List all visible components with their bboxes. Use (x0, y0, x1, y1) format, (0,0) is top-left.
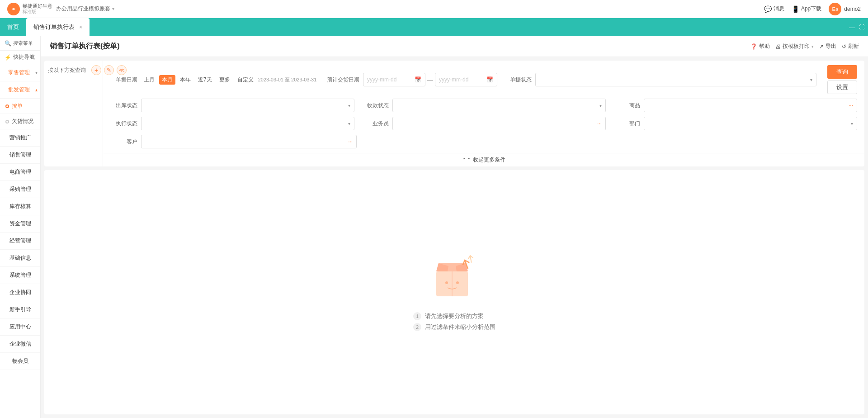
customer-more-icon[interactable]: ··· (348, 138, 353, 145)
expected-date-start-input[interactable]: yyyy-mm-dd 📅 (363, 73, 425, 86)
tab-minimize-icon[interactable]: — (849, 24, 855, 31)
collapse-icon: ⌃⌃ (462, 157, 471, 163)
empty-steps: 1 请先选择要分析的方案 2 用过滤条件来缩小分析范围 (413, 312, 495, 331)
payment-status-label: 收款状态 (362, 102, 389, 109)
filter-main: 单据日期 上月 本月 本年 近7天 更多 自定义 2023-03-01 至 20… (103, 61, 864, 166)
customer-select[interactable]: ··· (141, 135, 357, 148)
empty-box-svg (425, 253, 484, 303)
filter-row-1: 单据日期 上月 本月 本年 近7天 更多 自定义 2023-03-01 至 20… (110, 65, 857, 94)
sidebar-sub-item-shortage[interactable]: 欠货情况 (0, 114, 40, 129)
sidebar: 🔍 搜索菜单 ⚡ 快捷导航 零售管理 ▾ 批发管理 ▴ 按单 欠货情况 营销推广 (0, 36, 41, 418)
empty-state: 1 请先选择要分析的方案 2 用过滤条件来缩小分析范围 (404, 217, 505, 367)
tab-close-icon[interactable]: × (79, 24, 82, 30)
goods-more-icon[interactable]: ··· (849, 102, 853, 109)
print-dropdown-arrow-icon: ▾ (811, 44, 814, 49)
filter-panel: 按以下方案查询 + ✎ ≪ (44, 61, 864, 166)
filter-field-expected-date: 预计交货日期 yyyy-mm-dd 📅 — yyyy-mm-dd (326, 73, 497, 86)
content-area: 销售订单执行表(按单) ❓ 帮助 🖨 按模板打印 ▾ ↗ 导出 ↺ 刷新 (41, 36, 868, 418)
sidebar-item-ecommerce[interactable]: 电商管理 (0, 164, 40, 181)
date-tab-this-year[interactable]: 本年 (177, 75, 193, 85)
sidebar-item-enterprise-wechat[interactable]: 企业微信 (0, 336, 40, 353)
status-select[interactable]: ▾ (535, 73, 816, 86)
query-button[interactable]: 查询 (827, 65, 857, 79)
date-tab-this-month[interactable]: 本月 (159, 75, 175, 85)
sidebar-item-system[interactable]: 系统管理 (0, 267, 40, 284)
expected-date-input-group: yyyy-mm-dd 📅 — yyyy-mm-dd 📅 (363, 73, 497, 86)
status-dropdown-arrow-icon: ▾ (810, 77, 812, 82)
print-template-button[interactable]: 🖨 按模板打印 ▾ (775, 43, 814, 50)
calendar-end-icon: 📅 (486, 76, 493, 83)
filter-field-goods: 商品 ··· (613, 99, 857, 112)
sub-dot-outline-icon (5, 120, 9, 124)
refresh-icon: ↺ (842, 43, 846, 50)
sidebar-sub-item-by-order[interactable]: 按单 (0, 99, 40, 114)
filter-field-salesperson: 业务员 ··· (362, 117, 606, 130)
date-tab-custom[interactable]: 自定义 (235, 75, 256, 85)
filter-area-inner: 按以下方案查询 + ✎ ≪ (44, 61, 864, 166)
expected-date-end-input[interactable]: yyyy-mm-dd 📅 (435, 73, 497, 86)
salesperson-label: 业务员 (362, 120, 389, 128)
salesperson-more-icon[interactable]: ··· (597, 120, 602, 127)
tab-maximize-icon[interactable]: ⛶ (859, 24, 864, 30)
sidebar-item-operations[interactable]: 经营管理 (0, 233, 40, 250)
delivery-status-select[interactable]: ▾ (141, 99, 354, 112)
date-tab-more[interactable]: 更多 (217, 75, 233, 85)
sidebar-item-app-center[interactable]: 应用中心 (0, 318, 40, 336)
tab-home[interactable]: 首页 (0, 18, 26, 36)
tab-sales-order[interactable]: 销售订单执行表 × (26, 18, 90, 36)
settings-button[interactable]: 设置 (827, 81, 857, 94)
date-tab-7days[interactable]: 近7天 (195, 75, 215, 85)
result-area: 1 请先选择要分析的方案 2 用过滤条件来缩小分析范围 (44, 170, 864, 414)
refresh-button[interactable]: ↺ 刷新 (842, 43, 859, 50)
sidebar-item-onboarding[interactable]: 新手引导 (0, 301, 40, 318)
filter-add-button[interactable]: + (91, 65, 101, 75)
goods-select[interactable]: ··· (644, 99, 857, 112)
sidebar-item-finance[interactable]: 资金管理 (0, 215, 40, 233)
header-right: 💬 消息 📱 App下载 Ea demo2 (764, 3, 861, 15)
sidebar-item-retail[interactable]: 零售管理 ▾ (0, 64, 40, 81)
sidebar-item-sales[interactable]: 销售管理 (0, 147, 40, 164)
exec-status-label: 执行状态 (110, 120, 137, 128)
sidebar-quick-nav[interactable]: ⚡ 快捷导航 (0, 51, 40, 64)
collapse-more-button[interactable]: ⌃⌃ 收起更多条件 (103, 153, 864, 166)
sidebar-item-marketing[interactable]: 营销推广 (0, 129, 40, 147)
svg-point-13 (456, 281, 459, 284)
app-download-button[interactable]: 📱 App下载 (792, 5, 821, 13)
dept-label: 部门 (613, 120, 640, 128)
step-1-num: 1 (413, 312, 421, 320)
help-button[interactable]: ❓ 帮助 (750, 43, 770, 50)
export-button[interactable]: ↗ 导出 (819, 43, 836, 50)
avatar: Ea (829, 3, 841, 15)
breadcrumb[interactable]: 办公用品行业模拟账套 ▾ (56, 5, 114, 13)
user-menu-button[interactable]: Ea demo2 (829, 3, 861, 15)
empty-step-1: 1 请先选择要分析的方案 (413, 312, 495, 320)
filter-field-customer: 客户 ··· (110, 135, 357, 148)
wholesale-arrow-icon: ▴ (35, 87, 38, 92)
print-icon: 🖨 (775, 43, 781, 50)
logo-icon (7, 3, 20, 15)
sidebar-item-basic-info[interactable]: 基础信息 (0, 250, 40, 267)
tab-bar: 首页 销售订单执行表 × — ⛶ (0, 18, 868, 36)
filter-field-date: 单据日期 上月 本月 本年 近7天 更多 自定义 2023-03-01 至 20… (110, 75, 318, 85)
logo-text: 畅捷通好生意 标准版 (23, 3, 52, 14)
exec-status-select[interactable]: ▾ (141, 117, 354, 130)
sidebar-search[interactable]: 🔍 搜索菜单 (0, 36, 40, 51)
dept-select[interactable]: ▾ (644, 117, 857, 130)
sidebar-item-purchase[interactable]: 采购管理 (0, 181, 40, 198)
sidebar-item-wholesale[interactable]: 批发管理 ▴ (0, 81, 40, 99)
filter-field-exec-status: 执行状态 ▾ (110, 117, 354, 130)
date-label: 单据日期 (110, 76, 137, 84)
sidebar-item-enterprise-collab[interactable]: 企业协同 (0, 284, 40, 301)
date-tab-last-month[interactable]: 上月 (141, 75, 157, 85)
payment-status-select[interactable]: ▾ (392, 99, 606, 112)
date-dash: — (427, 76, 433, 83)
message-button[interactable]: 💬 消息 (764, 5, 784, 13)
filter-left-nav: 按以下方案查询 + ✎ ≪ (44, 61, 103, 166)
exec-dropdown-arrow-icon: ▾ (348, 121, 350, 126)
download-icon: 📱 (792, 5, 799, 13)
sidebar-item-inventory[interactable]: 库存核算 (0, 198, 40, 215)
sidebar-item-member[interactable]: 畅会员 (0, 353, 40, 370)
dept-dropdown-arrow-icon: ▾ (851, 121, 853, 126)
salesperson-select[interactable]: ··· (392, 117, 606, 130)
quick-nav-icon: ⚡ (5, 54, 11, 61)
